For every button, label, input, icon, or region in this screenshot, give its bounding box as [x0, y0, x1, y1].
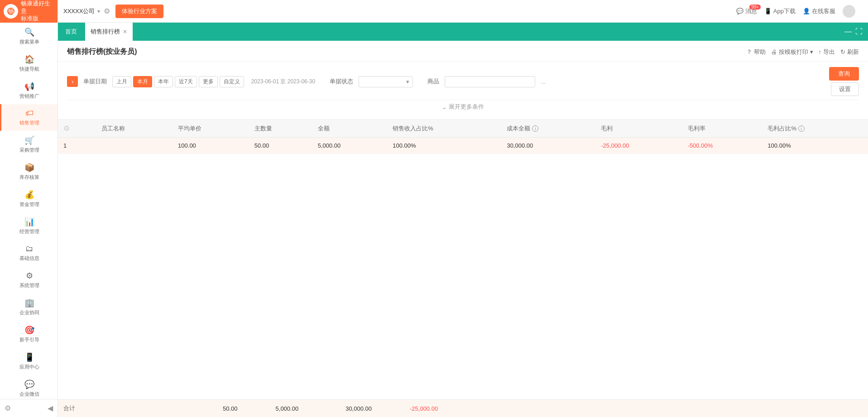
message-icon: 💬 [736, 8, 743, 14]
tab-sales-ranking[interactable]: 销售排行榜 ✕ [85, 23, 133, 41]
col-amount: 全额 [312, 120, 388, 138]
filter-bar: › 单据日期 上月 本月 本年 近7天 更多 自定义 2023-06-01 至 … [58, 62, 868, 120]
purchase-icon: 🛒 [24, 135, 34, 145]
status-filter-label: 单据状态 [330, 77, 353, 86]
goods-filter-label: 商品 [427, 77, 439, 86]
online-service-btn[interactable]: 👤 在线客服 [803, 7, 835, 15]
date-more-btn[interactable]: 更多 [199, 76, 218, 87]
sidebar-item-operations[interactable]: 📊 经营管理 [0, 212, 58, 240]
col-cost: 成本全额 i [501, 120, 595, 138]
operations-icon: 📊 [24, 217, 34, 227]
topbar-right: 💬 消息 99+ 📱 App下载 👤 在线客服 [736, 5, 863, 18]
cost-info-icon[interactable]: i [532, 125, 538, 132]
expand-more-btn[interactable]: ⌄ 展开更多条件 [442, 103, 484, 111]
sidebar-item-sales[interactable]: 🏷 销售管理 [0, 104, 58, 131]
sidebar-item-enterprise[interactable]: 🏢 企业协同 [0, 293, 58, 321]
help-icon: ？ [746, 48, 752, 56]
footer-qty: 50.00 [217, 405, 243, 412]
filter-actions: 查询 设置 [829, 67, 859, 96]
export-btn[interactable]: ↑ 导出 [819, 48, 835, 56]
table-wrap: ⚙ 员工名称 平均单价 主数量 [58, 120, 868, 399]
col-avg-price: 平均单价 [173, 120, 249, 138]
avatar[interactable] [843, 5, 855, 18]
filter-expand-arrow[interactable]: › [67, 76, 78, 87]
gross-pct-info-icon[interactable]: i [798, 125, 805, 132]
tab-home[interactable]: 首页 [58, 23, 84, 41]
company-name: XXXXX公司 [63, 7, 95, 15]
rank-settings-icon[interactable]: ⚙ [63, 125, 70, 132]
sidebar-item-inventory[interactable]: 📦 库存核算 [0, 158, 58, 185]
guide-icon: 🎯 [24, 325, 34, 335]
filter-more-btn[interactable]: ... [541, 78, 546, 85]
topbar: XXXXX公司 ▾ ⚙ 体验行业方案 💬 消息 99+ 📱 App下载 👤 在线… [58, 0, 868, 23]
sidebar-item-wechat[interactable]: 💬 企业微信 [0, 375, 58, 399]
message-btn[interactable]: 💬 消息 99+ [736, 7, 757, 15]
query-btn[interactable]: 查询 [829, 67, 859, 81]
sidebar-settings-btn[interactable]: ⚙ [5, 404, 11, 412]
print-btn[interactable]: 🖨 按模板打印 ▾ [771, 48, 813, 56]
minimize-icon[interactable]: — [844, 28, 852, 36]
col-rank: ⚙ [58, 120, 96, 138]
sidebar-item-system[interactable]: ⚙ 系统管理 [0, 266, 58, 293]
date-this-month-btn[interactable]: 本月 [133, 76, 152, 87]
date-this-year-btn[interactable]: 本年 [154, 76, 173, 87]
table-row: 1 100.00 50.00 5,000.00 100.00% 30,000.0… [58, 138, 868, 154]
system-icon: ⚙ [26, 271, 33, 281]
sidebar-item-marketing[interactable]: 📢 营销推广 [0, 77, 58, 104]
print-arrow-icon: ▾ [810, 48, 813, 55]
enterprise-icon: 🏢 [24, 298, 34, 308]
tab-close-icon[interactable]: ✕ [123, 29, 127, 35]
search-icon: 🔍 [24, 27, 34, 37]
status-select[interactable] [359, 76, 413, 87]
sidebar-item-guide[interactable]: 🎯 新手引导 [0, 321, 58, 348]
page-header: 销售排行榜(按业务员) ？ 帮助 🖨 按模板打印 ▾ ↑ 导出 [58, 41, 868, 62]
company-selector[interactable]: XXXXX公司 ▾ [63, 7, 100, 15]
date-filter-label: 单据日期 [83, 77, 107, 86]
svg-text:畅: 畅 [8, 8, 14, 14]
sales-icon: 🏷 [25, 109, 34, 118]
sidebar-item-search[interactable]: 🔍 搜索菜单 [0, 23, 58, 50]
col-gross-pct: 毛利占比% i [762, 120, 868, 138]
cell-avg-price: 100.00 [173, 138, 249, 154]
topbar-gear-icon[interactable]: ⚙ [104, 7, 110, 15]
logo-icon: 畅 [4, 4, 18, 19]
date-last-month-btn[interactable]: 上月 [112, 76, 131, 87]
inventory-icon: 📦 [24, 163, 34, 173]
window-controls: — ⛶ [839, 28, 868, 36]
basic-info-icon: 🗂 [25, 244, 34, 254]
cell-rank: 1 [58, 138, 96, 154]
date-custom-btn[interactable]: 自定义 [220, 76, 244, 87]
logo-text: 畅康通好生意 标准版 [21, 0, 54, 23]
trial-btn[interactable]: 体验行业方案 [115, 5, 163, 18]
footer-gross: -25,000.00 [404, 405, 443, 412]
help-btn[interactable]: ？ 帮助 [746, 48, 766, 56]
app-download-btn[interactable]: 📱 App下载 [764, 7, 796, 15]
page-content: 销售排行榜(按业务员) ？ 帮助 🖨 按模板打印 ▾ ↑ 导出 [58, 41, 868, 417]
refresh-btn[interactable]: ↻ 刷新 [840, 48, 859, 56]
date-7days-btn[interactable]: 近7天 [175, 76, 197, 87]
print-icon: 🖨 [771, 48, 777, 55]
maximize-icon[interactable]: ⛶ [855, 28, 863, 36]
sidebar-item-basic-info[interactable]: 🗂 基础信息 [0, 240, 58, 266]
filter-expand-row: ⌄ 展开更多条件 [67, 100, 859, 114]
sidebar-item-purchase[interactable]: 🛒 采购管理 [0, 131, 58, 158]
cell-gross: -25,000.00 [595, 138, 682, 154]
settings-btn[interactable]: 设置 [831, 82, 859, 96]
message-badge: 99+ [749, 5, 761, 10]
col-name: 员工名称 [96, 120, 173, 138]
date-filter-buttons: 上月 本月 本年 近7天 更多 自定义 [112, 76, 244, 87]
sidebar-item-app-center[interactable]: 📱 应用中心 [0, 348, 58, 375]
main-content: XXXXX公司 ▾ ⚙ 体验行业方案 💬 消息 99+ 📱 App下载 👤 在线… [58, 0, 868, 417]
status-select-wrap [359, 76, 413, 87]
export-icon: ↑ [819, 48, 822, 55]
footer-amount: 5,000.00 [270, 405, 304, 412]
sidebar-collapse-btn[interactable]: ◀ [48, 404, 53, 412]
sidebar-bottom: ⚙ ◀ [0, 399, 58, 417]
goods-input[interactable] [445, 76, 535, 87]
app-logo: 畅 畅康通好生意 标准版 [0, 0, 58, 23]
sidebar-item-quick-nav[interactable]: 🏠 快捷导航 [0, 50, 58, 77]
sidebar-item-label: 搜索菜单 [19, 38, 39, 45]
cell-amount: 5,000.00 [312, 138, 388, 154]
sidebar-nav: 🔍 搜索菜单 🏠 快捷导航 📢 营销推广 🏷 销售管理 🛒 采购管理 📦 库存核… [0, 23, 58, 399]
sidebar-item-finance[interactable]: 💰 资金管理 [0, 185, 58, 212]
